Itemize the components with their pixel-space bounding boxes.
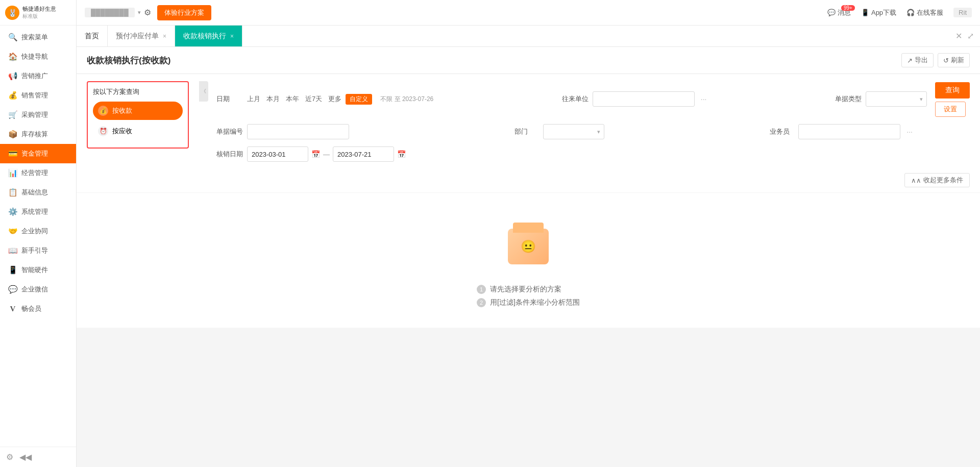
counterpart-dots-icon[interactable]: ··· — [701, 95, 707, 103]
staff-input[interactable] — [798, 124, 900, 139]
settings-bottom-icon[interactable]: ⚙ — [6, 452, 13, 462]
filter-option-receipt-label: 按收款 — [112, 106, 132, 115]
counterpart-input[interactable] — [593, 91, 695, 107]
online-service-button[interactable]: 🎧 在线客服 — [906, 8, 943, 17]
sidebar-label-member: 畅会员 — [21, 304, 41, 313]
filter-option-by-receivable[interactable]: ⏰ 按应收 — [93, 122, 183, 140]
date-tab-prev-month[interactable]: 上月 — [245, 93, 262, 105]
sidebar-item-inventory[interactable]: 📦 库存核算 — [0, 125, 76, 144]
sidebar-item-operation[interactable]: 📊 经营管理 — [0, 163, 76, 183]
sidebar-label-finance: 资金管理 — [21, 149, 48, 158]
doc-no-input[interactable] — [247, 124, 349, 139]
verify-date-field: 核销日期 📅 — 📅 — [216, 146, 406, 162]
sidebar-item-purchase[interactable]: 🛒 采购管理 — [0, 105, 76, 125]
verify-date-start-input[interactable] — [247, 146, 308, 162]
dept-field: 部门 — [514, 124, 604, 139]
sidebar-label-search: 搜索菜单 — [21, 33, 48, 42]
doc-type-label: 单据类型 — [835, 94, 862, 104]
staff-dots-icon[interactable]: ··· — [906, 128, 913, 136]
doc-type-select-wrapper — [866, 91, 927, 107]
action-buttons: 查询 设置 — [935, 81, 970, 117]
collapse-sidebar-icon[interactable]: ◀◀ — [19, 452, 32, 462]
verify-date-end-input[interactable] — [333, 146, 394, 162]
guide-icon: 📖 — [8, 246, 17, 255]
tab-home-label: 首页 — [85, 32, 99, 41]
dept-select[interactable] — [543, 124, 604, 139]
sidebar-item-hardware[interactable]: 📱 智能硬件 — [0, 260, 76, 280]
tab-prepay[interactable]: 预付冲应付单 × — [108, 26, 175, 46]
filter-option-receivable-label: 按应收 — [112, 127, 132, 136]
export-button[interactable]: ↗ 导出 — [901, 53, 934, 67]
verify-date-end-calendar-icon[interactable]: 📅 — [397, 150, 406, 158]
doc-no-field: 单据编号 — [216, 124, 349, 139]
date-label: 日期 — [216, 94, 241, 104]
sidebar-label-system: 系统管理 — [21, 207, 48, 216]
main-area: ████████ ▾ ⚙ 体验行业方案 💬 消息 99+ 📱 App下载 🎧 在… — [77, 0, 980, 467]
sidebar-item-wechat[interactable]: 💬 企业微信 — [0, 280, 76, 299]
tab-collection[interactable]: 收款核销执行 × — [175, 26, 242, 46]
collapse-filter-button[interactable]: 《 — [199, 81, 208, 102]
operation-icon: 📊 — [8, 168, 17, 178]
refresh-button[interactable]: ↺ 刷新 — [938, 53, 970, 67]
sidebar-item-sales[interactable]: 💰 销售管理 — [0, 86, 76, 105]
filter-option-by-receipt[interactable]: 💰 按收款 — [93, 102, 183, 120]
sidebar-item-search[interactable]: 🔍 搜索菜单 — [0, 28, 76, 47]
date-tab-this-year[interactable]: 本年 — [284, 93, 301, 105]
message-button[interactable]: 💬 消息 99+ — [827, 8, 851, 17]
sidebar-item-marketing[interactable]: 📢 营销推广 — [0, 66, 76, 86]
wechat-icon: 💬 — [8, 285, 17, 294]
tip-num-1: 1 — [477, 285, 486, 294]
solution-button[interactable]: 体验行业方案 — [157, 5, 211, 20]
sidebar-item-quicknav[interactable]: 🏠 快捷导航 — [0, 47, 76, 66]
doc-type-select[interactable] — [866, 91, 927, 107]
search-icon: 🔍 — [8, 33, 17, 42]
sidebar-label-guide: 新手引导 — [21, 246, 48, 255]
date-tab-more[interactable]: 更多 — [326, 93, 344, 105]
dept-label: 部门 — [514, 127, 539, 136]
refresh-label: 刷新 — [951, 56, 964, 65]
date-tab-last7days[interactable]: 近7天 — [303, 93, 324, 105]
logo-version: 标准版 — [22, 13, 56, 20]
sidebar-item-finance[interactable]: 💳 资金管理 — [0, 144, 76, 163]
sidebar-item-guide[interactable]: 📖 新手引导 — [0, 241, 76, 260]
app-icon: 📱 — [861, 9, 869, 16]
empty-tip-2: 2 用[过滤]条件来缩小分析范围 — [477, 298, 580, 307]
sidebar-item-basic[interactable]: 📋 基础信息 — [0, 183, 76, 202]
sidebar-label-basic: 基础信息 — [21, 188, 48, 197]
user-avatar[interactable]: Rit — [953, 8, 972, 17]
tab-prepay-close[interactable]: × — [163, 33, 166, 40]
page-content: 收款核销执行(按收款) ↗ 导出 ↺ 刷新 按以下方案查询 💰 按收款 — [77, 47, 980, 467]
page-header-actions: ↗ 导出 ↺ 刷新 — [901, 53, 970, 73]
sidebar-label-operation: 经营管理 — [21, 168, 48, 178]
query-button[interactable]: 查询 — [935, 82, 970, 99]
service-icon: 🎧 — [906, 9, 915, 16]
expand-icon[interactable]: ⤢ — [967, 31, 974, 41]
date-nolimit: 不限 至 2023-07-26 — [380, 95, 433, 104]
chevron-down-icon[interactable]: ▾ — [138, 9, 141, 16]
tabbar: 首页 预付冲应付单 × 收款核销执行 × ✕ ⤢ — [77, 26, 980, 47]
sidebar-bottom: ⚙ ◀◀ — [0, 447, 76, 467]
sidebar-item-member[interactable]: V 畅会员 — [0, 299, 76, 318]
settings-button[interactable]: 设置 — [935, 102, 966, 117]
date-tab-this-month[interactable]: 本月 — [264, 93, 282, 105]
sidebar-logo: 🐰 畅捷通好生意 标准版 — [0, 0, 76, 26]
sidebar-label-sales: 销售管理 — [21, 91, 48, 100]
topbar-right: 💬 消息 99+ 📱 App下载 🎧 在线客服 Rit — [827, 8, 972, 17]
app-download-button[interactable]: 📱 App下载 — [861, 8, 896, 17]
tab-collection-close[interactable]: × — [230, 33, 234, 40]
sidebar-item-system[interactable]: ⚙️ 系统管理 — [0, 202, 76, 222]
collapse-more-button[interactable]: ∧∧ 收起更多条件 — [904, 173, 970, 187]
sidebar-item-collab[interactable]: 🤝 企业协同 — [0, 222, 76, 241]
finance-icon: 💳 — [8, 149, 17, 158]
receipt-icon: 💰 — [98, 106, 108, 116]
marketing-icon: 📢 — [8, 71, 17, 81]
close-tab-icon[interactable]: ✕ — [955, 31, 962, 41]
gear-icon[interactable]: ⚙ — [144, 8, 151, 17]
page-title: 收款核销执行(按收款) — [87, 55, 170, 72]
date-tab-custom[interactable]: 自定义 — [346, 94, 372, 105]
query-form: 日期 上月 本月 本年 近7天 更多 自定义 不限 至 2023-07-26 — [216, 81, 970, 192]
verify-date-start-calendar-icon[interactable]: 📅 — [311, 150, 320, 158]
dept-select-wrapper — [543, 124, 604, 139]
sidebar-label-marketing: 营销推广 — [21, 71, 48, 81]
tab-home[interactable]: 首页 — [77, 26, 108, 46]
